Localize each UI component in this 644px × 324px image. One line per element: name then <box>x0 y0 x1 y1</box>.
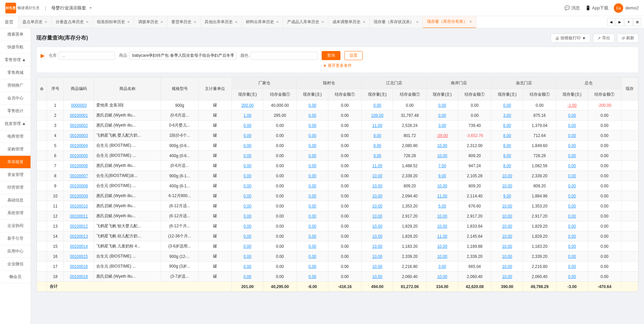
yubei-qty-cell[interactable]: 8.00 <box>491 141 523 151</box>
factory-qty-cell[interactable]: 0.00 <box>232 161 263 171</box>
total-qty-cell[interactable]: 0.00 <box>556 201 588 211</box>
lu-qty-cell[interactable]: 0.00 <box>297 201 328 211</box>
total-qty-cell[interactable]: -1.00 <box>556 100 588 110</box>
nanan-qty-cell[interactable]: 10.00 <box>426 241 458 251</box>
sidebar-item-5[interactable]: 会员中心 <box>0 92 31 105</box>
sidebar-item-15[interactable]: 企业协同 <box>0 220 31 232</box>
lu-qty-cell[interactable]: 0.00 <box>297 131 328 141</box>
nanan-qty-cell[interactable]: 10.00 <box>426 151 458 161</box>
code-cell[interactable]: 00100011 <box>64 211 94 221</box>
sidebar-item-6[interactable]: 零售统计 <box>0 105 31 118</box>
sidebar-item-1[interactable]: 快捷导航 <box>0 41 31 54</box>
lu-qty-cell[interactable]: 0.00 <box>297 171 328 181</box>
jiangbei-qty-cell[interactable]: 10.00 <box>362 241 393 251</box>
nanan-qty-cell[interactable]: 11.00 <box>426 231 458 241</box>
jiangbei-qty-cell[interactable]: 9.00 <box>362 131 393 141</box>
refresh-btn[interactable]: ↺ 刷新 <box>617 34 639 43</box>
lu-qty-cell[interactable]: 0.00 <box>297 141 328 151</box>
sidebar-item-11[interactable]: 资金管理 <box>0 169 31 181</box>
user-area[interactable]: Ea demo2 <box>614 3 639 13</box>
nav-tab-7[interactable]: 产成品入库单历史✕ <box>283 16 328 28</box>
total-qty-cell[interactable]: 0.00 <box>556 121 588 131</box>
nav-tab-6[interactable]: 材料出库单历史✕ <box>242 16 283 28</box>
nav-tab-4[interactable]: 要货单历史✕ <box>167 16 201 28</box>
code-cell[interactable]: 00100009 <box>64 191 94 201</box>
message-btn[interactable]: 💬 消息 <box>565 5 580 11</box>
total-qty-cell[interactable]: 0.00 <box>556 272 588 282</box>
nav-tab-0[interactable]: 盘点单历史✕ <box>18 16 52 28</box>
total-qty-cell[interactable]: 0.00 <box>556 221 588 231</box>
nanan-qty-cell[interactable]: 10.00 <box>426 141 458 151</box>
code-cell[interactable]: 00100002 <box>64 121 94 131</box>
nav-tab-close[interactable]: ✕ <box>276 20 279 24</box>
factory-qty-cell[interactable]: 1.00 <box>232 110 263 121</box>
jiangbei-qty-cell[interactable]: 10.00 <box>362 181 393 191</box>
jiangbei-qty-cell[interactable]: 0.00 <box>362 100 393 110</box>
factory-qty-cell[interactable]: 0.00 <box>232 211 263 221</box>
code-cell[interactable]: 00100007 <box>64 171 94 181</box>
nav-tab-close[interactable]: ✕ <box>321 20 324 24</box>
total-qty-cell[interactable]: 0.00 <box>556 262 588 272</box>
nanan-qty-cell[interactable]: 11.00 <box>426 191 458 201</box>
jiangbei-qty-cell[interactable]: 10.00 <box>362 221 393 231</box>
total-qty-cell[interactable]: 0.00 <box>556 211 588 221</box>
lu-qty-cell[interactable]: 0.00 <box>297 110 328 121</box>
yubei-qty-cell[interactable]: 3.00 <box>491 110 523 121</box>
nanan-qty-cell[interactable]: 10.00 <box>426 211 458 221</box>
sidebar-item-14[interactable]: 系统管理 <box>0 207 31 220</box>
sidebar-item-13[interactable]: 基础信息 <box>0 194 31 207</box>
factory-qty-cell[interactable]: 0.00 <box>232 181 263 191</box>
factory-qty-cell[interactable]: 0.00 <box>232 241 263 251</box>
nav-tab-3[interactable]: 调拨单历史✕ <box>134 16 167 28</box>
search-btn[interactable]: 查询 <box>322 51 340 60</box>
yubei-qty-cell[interactable]: 10.00 <box>491 171 523 181</box>
factory-qty-cell[interactable]: 200.00 <box>232 100 263 110</box>
jiangbei-qty-cell[interactable]: 9.00 <box>362 141 393 151</box>
yubei-qty-cell[interactable]: 10.00 <box>491 262 523 272</box>
yubei-qty-cell[interactable]: 8.00 <box>491 161 523 171</box>
jiangbei-qty-cell[interactable]: 10.00 <box>362 231 393 241</box>
nav-expand-btn[interactable]: ⊞ <box>633 18 641 26</box>
jiangbei-qty-cell[interactable]: 11.00 <box>362 161 393 171</box>
nav-prev-btn[interactable]: ◀ <box>607 18 615 26</box>
yubei-qty-cell[interactable]: 10.00 <box>491 201 523 211</box>
yubei-qty-cell[interactable]: 9.00 <box>491 191 523 201</box>
yubei-qty-cell[interactable]: 9.00 <box>491 151 523 161</box>
nav-tab-close[interactable]: ✕ <box>86 20 89 24</box>
jiangbei-qty-cell[interactable]: 10.00 <box>362 191 393 201</box>
dropdown-icon[interactable]: ▼ <box>89 6 92 10</box>
nav-tab-8[interactable]: 成本调整单历史✕ <box>328 16 370 28</box>
yubei-qty-cell[interactable]: 10.00 <box>491 181 523 191</box>
factory-qty-cell[interactable]: 0.00 <box>232 201 263 211</box>
code-cell[interactable]: 00100008 <box>64 181 94 191</box>
lu-qty-cell[interactable]: 0.00 <box>297 151 328 161</box>
jiangbei-qty-cell[interactable]: 10.00 <box>362 171 393 181</box>
nanan-qty-cell[interactable]: 3.00 <box>426 121 458 131</box>
factory-qty-cell[interactable]: 0.00 <box>232 121 263 131</box>
total-qty-cell[interactable]: 0.00 <box>556 131 588 141</box>
factory-qty-cell[interactable]: 0.00 <box>232 221 263 231</box>
total-qty-cell[interactable]: 0.00 <box>556 181 588 191</box>
goods-input[interactable] <box>129 52 236 60</box>
code-cell[interactable]: 00100012 <box>64 221 94 231</box>
factory-qty-cell[interactable]: 0.00 <box>232 231 263 241</box>
nanan-qty-cell[interactable]: 7.00 <box>426 161 458 171</box>
code-cell[interactable]: 00100010 <box>64 201 94 211</box>
lu-qty-cell[interactable]: 0.00 <box>297 231 328 241</box>
nav-tab-2[interactable]: 组装拆卸单历史✕ <box>93 16 134 28</box>
factory-qty-cell[interactable]: 0.00 <box>232 191 263 201</box>
yubei-qty-cell[interactable]: 10.00 <box>491 221 523 231</box>
jiangbei-qty-cell[interactable]: 10.00 <box>362 201 393 211</box>
sidebar-item-10[interactable]: 库存核算 <box>0 156 31 169</box>
code-cell[interactable]: 00100004 <box>64 141 94 151</box>
lu-qty-cell[interactable]: 0.00 <box>297 272 328 282</box>
nanan-qty-cell[interactable]: 9.00 <box>426 171 458 181</box>
sidebar-item-19[interactable]: 畅会员 <box>0 271 31 283</box>
sidebar-item-2[interactable]: 零售管理 ▲ <box>0 54 31 66</box>
code-cell[interactable]: 00100001 <box>64 110 94 121</box>
code-cell[interactable]: 0000003 <box>64 100 94 110</box>
lu-qty-cell[interactable]: 0.00 <box>297 251 328 262</box>
nanan-qty-cell[interactable]: 3.00 <box>426 262 458 272</box>
lu-qty-cell[interactable]: 0.00 <box>297 191 328 201</box>
factory-qty-cell[interactable]: 0.00 <box>232 151 263 161</box>
